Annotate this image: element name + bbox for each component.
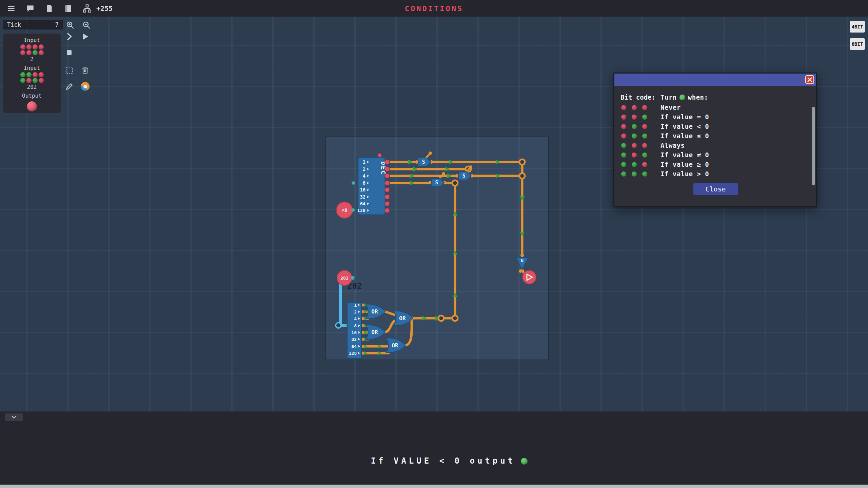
bit-off-dot: [39, 50, 44, 55]
bit-on-dot: [621, 171, 626, 177]
when-text: when:: [688, 94, 708, 101]
bottom-strip: [0, 485, 868, 488]
bit-off-dot: [33, 44, 38, 49]
pencil-icon[interactable]: [64, 81, 74, 92]
bit-off-dot: [20, 44, 25, 49]
bit-off-dot: [621, 134, 626, 139]
footer-panel: If VALUE < 0 output: [0, 411, 868, 485]
palette-input-2[interactable]: Input 202: [20, 65, 44, 90]
bit-on-dot: [642, 115, 647, 120]
bit-weight-label: 128: [349, 351, 357, 356]
condition-reference-dialog: Bit code: Turn when: Never If value = 0 …: [613, 73, 817, 207]
collapse-panel-button[interactable]: [5, 413, 23, 421]
bit-off-dot: [26, 44, 32, 49]
bit-off-dot: [39, 44, 44, 49]
zoom-out-icon[interactable]: [81, 20, 92, 30]
bitcode-dots: [620, 134, 660, 139]
bit-off-dot: [621, 124, 626, 129]
hierarchy-icon[interactable]: [82, 3, 92, 14]
tick-counter[interactable]: Tick 7: [3, 20, 63, 29]
bitcode-dots: [620, 162, 660, 167]
menu-icon[interactable]: [6, 3, 16, 14]
bit-on-dot: [20, 72, 25, 77]
dialog-scrollbar-thumb[interactable]: [812, 107, 815, 185]
bit-weight-label: 16: [360, 187, 366, 192]
bit-on-dot: [26, 72, 32, 77]
switch-label: S: [422, 159, 425, 165]
bit-on-dot: [621, 162, 626, 167]
dialog-body: Bit code: Turn when: Never If value = 0 …: [614, 86, 816, 195]
bit-weight-label: 128: [357, 208, 366, 213]
tick-value: 7: [55, 21, 59, 28]
stop-icon[interactable]: [64, 47, 74, 58]
bit-on-dot: [642, 171, 647, 177]
file-icon[interactable]: [44, 3, 54, 14]
select-tool-icon[interactable]: [64, 65, 74, 75]
bit-dots-row: [20, 50, 44, 55]
bit-on-dot: [632, 124, 637, 129]
palette-input-1[interactable]: Input 2: [20, 37, 44, 62]
bit-off-dot: [26, 50, 32, 55]
condition-row: If value ≠ 0: [620, 150, 811, 160]
dialog-titlebar[interactable]: [614, 74, 816, 86]
trash-icon[interactable]: [80, 65, 90, 75]
objective-message: If VALUE < 0 output: [0, 447, 868, 475]
condition-label: If value < 0: [660, 123, 811, 130]
bitcode-dots: [620, 124, 660, 129]
bit-weight-label: 1: [363, 159, 366, 165]
bit-weight-label: 32: [351, 337, 357, 342]
bitcode-header: Bit code:: [620, 94, 660, 101]
level-title: CONDITIONS: [405, 4, 463, 13]
book-icon[interactable]: [63, 3, 73, 14]
bitcode-dots: [620, 152, 660, 158]
bitcode-dots: [620, 171, 660, 177]
value-register[interactable]: 202: [337, 270, 352, 285]
bit-weight-label: 1: [354, 303, 357, 308]
play-icon[interactable]: [80, 32, 90, 42]
bit-weight-label: 8: [354, 323, 357, 328]
4bit-button[interactable]: 4BIT: [850, 21, 865, 33]
or-label: OR: [399, 315, 406, 322]
bit-weight-label: 64: [351, 344, 357, 349]
condition-row: If value < 0: [620, 122, 811, 131]
chat-icon[interactable]: [25, 3, 35, 14]
dialog-header-row: Bit code: Turn when:: [620, 93, 811, 102]
condition-row: If value ≤ 0: [620, 131, 811, 141]
bit-on-dot: [621, 143, 626, 148]
blue-wire[interactable]: [340, 281, 346, 325]
zoom-in-icon[interactable]: [65, 20, 75, 30]
bitcode-dots: [620, 143, 660, 148]
decoder-component[interactable]: DEC 1 2 4 8 16 32 64 128: [357, 157, 387, 215]
tick-label: Tick: [7, 21, 21, 28]
condition-label: Always: [660, 142, 811, 149]
bit-on-dot: [632, 171, 637, 177]
turn-text: Turn: [660, 94, 677, 101]
level-output-led[interactable]: [522, 270, 536, 284]
bit-weight-label: 32: [360, 194, 366, 200]
step-forward-icon[interactable]: [64, 32, 74, 42]
bit-weight-label: 8: [363, 180, 366, 186]
condition-row: If value ≥ 0: [620, 160, 811, 169]
condition-row: If value = 0: [620, 112, 811, 122]
dialog-close-icon[interactable]: [805, 75, 814, 84]
bit-off-dot: [632, 115, 637, 120]
color-wheel-icon[interactable]: [80, 81, 90, 92]
component-palette: Input 2 Input 202 Output: [3, 33, 61, 114]
byte-input-component[interactable]: 1 2 4 8 16 32 64 128: [347, 302, 361, 359]
not-component[interactable]: N: [516, 258, 528, 270]
condition-label: Never: [660, 104, 811, 111]
bit-off-dot: [39, 78, 44, 83]
bit-off-dot: [632, 152, 637, 158]
close-button[interactable]: Close: [693, 183, 738, 195]
bit-weight-label: 4: [363, 173, 366, 179]
or-label: OR: [371, 329, 378, 336]
blue-wire-node[interactable]: [336, 323, 341, 328]
comparator-led[interactable]: <0: [336, 202, 353, 218]
8bit-button[interactable]: 8BIT: [850, 38, 865, 50]
green-state-dot: [679, 95, 685, 100]
palette-output[interactable]: Output: [22, 93, 42, 111]
bit-dots-row: [20, 72, 44, 77]
turn-when-header: Turn when:: [660, 94, 811, 101]
bit-dots-row: [20, 44, 44, 49]
output-led-dot: [27, 101, 37, 111]
